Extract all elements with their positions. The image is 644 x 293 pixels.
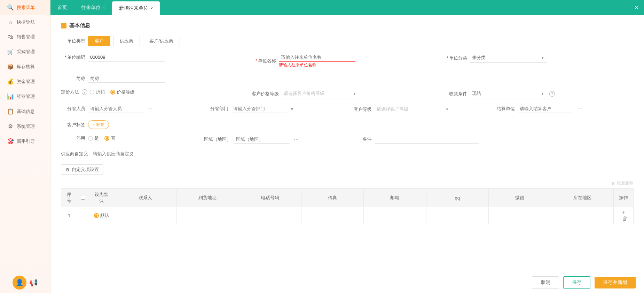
sidebar-item-quicknav[interactable]: ⌂ 快捷导航 [0, 15, 50, 30]
disabled-no[interactable]: 否 [104, 135, 115, 141]
row-default-cell: 默认 [89, 207, 114, 224]
row-fax[interactable] [301, 207, 363, 224]
unit-type-field: 单位类型 客户 供应商 客户/供应商 [61, 36, 634, 46]
customer-price-level-select[interactable]: 请选择客户价格等级 ▼ [282, 89, 358, 98]
manager-field: 分管人员 ··· [61, 105, 204, 113]
row-phone[interactable] [239, 207, 301, 224]
unit-category-select[interactable]: 未分类 ▼ [470, 53, 547, 63]
unit-code-input[interactable] [88, 53, 165, 62]
disabled-radio-group: 是 否 [88, 135, 115, 141]
settlement-unit-input[interactable] [518, 105, 573, 113]
supplier-custom-field: 供应商自定义 [61, 150, 204, 158]
save-new-button[interactable]: 保存并新增 [595, 277, 636, 288]
sidebar-item-sales[interactable]: 🛍 销售管理 [0, 30, 50, 44]
phone-input[interactable] [243, 213, 298, 218]
sales-icon: 🛍 [7, 34, 14, 40]
contact-input[interactable] [118, 213, 173, 218]
remark-field: 备注 [347, 135, 634, 144]
unit-type-customer[interactable]: 客户 [88, 36, 110, 46]
row-email[interactable] [364, 207, 426, 224]
tab-partners[interactable]: 往来单位 × [74, 0, 112, 15]
table-row: 1 默认 [61, 207, 634, 224]
table-header-row: 序号 设为默认 联系人 到货地址 电话号码 传真 邮箱 qq 微信 所在地区 操… [61, 189, 634, 207]
region-input[interactable] [234, 135, 290, 144]
settlement-more-icon[interactable]: ··· [576, 106, 583, 112]
pricing-price-level[interactable]: 价格等级 [110, 89, 135, 95]
remark-input[interactable] [375, 135, 479, 144]
disabled-no-radio [104, 136, 109, 141]
unit-category-label: *单位分类 [443, 55, 467, 61]
batch-delete-area: 🗑 批量删除 [61, 180, 634, 186]
manager-more-icon[interactable]: ··· [147, 106, 154, 112]
sidebar-notification[interactable]: 📢 [29, 278, 38, 287]
region-label: 区域（地区） [204, 136, 231, 143]
unit-code-label: *单位编码 [61, 54, 85, 60]
save-button[interactable]: 保存 [563, 276, 590, 289]
disabled-yes[interactable]: 是 [88, 135, 99, 141]
tab-new-partner-close[interactable]: × [150, 6, 153, 11]
unit-type-both[interactable]: 客户/供应商 [143, 36, 180, 46]
pricing-help-icon[interactable]: ? [82, 89, 87, 95]
disabled-label: 停用 [61, 135, 85, 141]
select-all-checkbox[interactable] [81, 195, 85, 200]
sidebar-item-search[interactable]: 🔍 搜索菜单 [0, 0, 50, 15]
pricing-discount[interactable]: 折扣 [89, 89, 105, 95]
region-field: 区域（地区） ··· [204, 135, 347, 144]
batch-delete-label[interactable]: 批量删除 [617, 180, 634, 186]
tab-home[interactable]: 首页 [50, 0, 74, 15]
cancel-button[interactable]: 取消 [532, 276, 559, 289]
unit-type-row: 单位类型 客户 供应商 客户/供应商 [61, 36, 634, 46]
row-wechat[interactable] [489, 207, 551, 224]
payment-terms-select[interactable]: 现结 ▼ [470, 89, 547, 98]
tag-field: 客户标签 + 标签 [61, 120, 204, 129]
customer-price-level-label: 客户价格等级 [252, 91, 279, 97]
col-index: 序号 [61, 189, 77, 207]
sidebar-item-purchase[interactable]: 🛒 采购管理 [0, 44, 50, 59]
wechat-input[interactable] [492, 213, 547, 218]
sidebar-item-guide[interactable]: 🎯 新手引导 [0, 134, 50, 149]
col-default: 设为默认 [89, 189, 114, 207]
row-address[interactable] [176, 207, 239, 224]
row-supplier-custom: 供应商自定义 [61, 150, 634, 158]
disabled-yes-radio [88, 136, 93, 141]
col-fax: 传真 [301, 189, 363, 207]
sidebar-user-avatar[interactable]: 👤 [13, 276, 26, 290]
customer-level-select[interactable]: 请选择客户等级 ▼ [375, 105, 451, 114]
row-contact[interactable] [114, 207, 176, 224]
email-input[interactable] [367, 213, 422, 218]
row-region-input[interactable] [555, 213, 610, 218]
sidebar-item-inventory[interactable]: 📦 库存核算 [0, 59, 50, 74]
department-input[interactable] [231, 105, 287, 113]
unit-name-label: *单位名称 [252, 58, 276, 64]
fax-input[interactable] [305, 213, 360, 218]
row-delete-button[interactable]: 🗑 [622, 215, 628, 221]
sidebar-item-basic[interactable]: 📋 基础信息 [0, 104, 50, 119]
disabled-no-dot [106, 137, 108, 140]
row-qq[interactable] [426, 207, 488, 224]
tab-bar-close-all[interactable]: × [635, 5, 638, 11]
qq-input[interactable] [430, 213, 485, 218]
custom-settings-button[interactable]: ⚙ 自定义项设置 [61, 164, 103, 175]
row-add-button[interactable]: + [622, 209, 625, 215]
manager-label: 分管人员 [61, 106, 85, 112]
row-code-name-category: *单位编码 *单位名称 请输入往来单位名称 *单位分类 未分类 ▼ [61, 53, 634, 68]
row-region[interactable] [551, 207, 613, 224]
tab-partners-close[interactable]: × [103, 5, 105, 10]
tab-new-partner[interactable]: 新增往来单位 × [112, 1, 160, 15]
sidebar-item-finance[interactable]: 💰 资金管理 [0, 74, 50, 89]
supplier-custom-input[interactable] [91, 150, 167, 158]
region-more-icon[interactable]: ··· [292, 136, 300, 143]
gear-icon: ⚙ [65, 167, 70, 172]
unit-type-supplier[interactable]: 供应商 [113, 36, 140, 46]
add-tag-button[interactable]: + 标签 [88, 120, 109, 129]
unit-name-input[interactable] [279, 53, 355, 62]
pricing-radio-group: 折扣 价格等级 [89, 89, 135, 95]
manager-input[interactable] [88, 105, 144, 113]
sidebar-item-system[interactable]: ⚙ 系统管理 [0, 119, 50, 134]
sidebar-item-operations[interactable]: 📊 经营管理 [0, 89, 50, 104]
row-default-radio[interactable]: 默认 [93, 212, 110, 219]
payment-help-icon[interactable]: ? [549, 91, 555, 97]
row-checkbox[interactable] [81, 213, 85, 217]
address-input[interactable] [180, 213, 235, 218]
abbreviation-input[interactable] [88, 74, 165, 83]
